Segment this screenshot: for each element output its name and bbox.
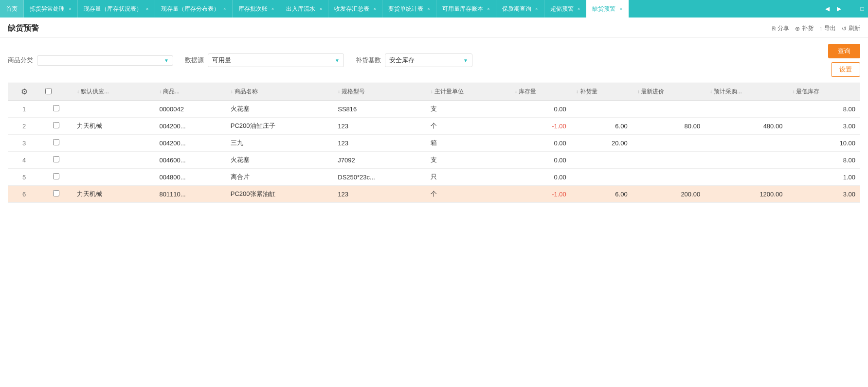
replenish-base-chevron-icon: ▼ (463, 58, 468, 63)
row-checkbox[interactable] (53, 190, 59, 196)
col-header-spec[interactable]: 规格型号 (333, 83, 426, 101)
table-row: 10000042火花塞SS816支0.008.00 (8, 101, 860, 118)
cell-est-purchase (705, 135, 787, 152)
row-checkbox[interactable] (53, 139, 59, 145)
tab-bar: 首页拣货异常处理×现存量（库存状况表）×现存量（库存分布表）×库存批次账×出入库… (0, 0, 868, 18)
col-header-estimated_purchase[interactable]: 预计采购... (705, 83, 787, 101)
replenish-base-select[interactable]: 安全库存 ▼ (385, 53, 472, 67)
tab-item-home[interactable]: 首页 (0, 0, 24, 18)
cell-name: 火花塞 (226, 101, 333, 118)
setting-button[interactable]: 设置 (831, 62, 860, 77)
tab-close-overstock[interactable]: × (578, 6, 580, 12)
datasource-label: 数据源 (185, 56, 204, 65)
table-row: 6力天机械801110...PC200张紧油缸123个-1.006.00200.… (8, 186, 860, 203)
cell-replenish-qty: 6.00 (571, 118, 633, 135)
cell-code: 004800... (154, 169, 225, 186)
main-content: 缺货预警 ⎘ 分享 ⊕ 补货 ↑ 导出 ↺ 刷新 商品分类 (0, 18, 868, 387)
tab-item-expiry-query[interactable]: 保质期查询× (496, 0, 544, 18)
col-header-default_supplier[interactable]: 默认供应... (72, 83, 154, 101)
col-header-latest_price[interactable]: 最新进价 (633, 83, 705, 101)
tab-close-expiry-query[interactable]: × (535, 6, 538, 12)
cell-unit: 个 (426, 186, 510, 203)
col-header-checkbox (40, 83, 72, 101)
col-header-product_code[interactable]: 商品... (154, 83, 225, 101)
cell-code: 004200... (154, 135, 225, 152)
tab-item-exception[interactable]: 拣货异常处理× (24, 0, 78, 18)
cell-latest-price: 80.00 (633, 118, 705, 135)
cell-code: 004600... (154, 152, 225, 169)
col-header-min_stock[interactable]: 最低库存 (787, 83, 860, 101)
datasource-value: 可用量 (212, 56, 231, 65)
tab-item-inout-flow[interactable]: 出入库流水× (280, 0, 328, 18)
tab-close-shortage[interactable]: × (619, 6, 622, 12)
tab-close-exception[interactable]: × (69, 6, 72, 12)
cell-stock: 0.00 (510, 152, 571, 169)
tab-item-available-ledger[interactable]: 可用量库存账本× (436, 0, 496, 18)
export-btn[interactable]: ↑ 导出 (819, 24, 836, 33)
select-all-checkbox[interactable] (45, 88, 52, 94)
replenish-btn[interactable]: ⊕ 补货 (795, 24, 814, 33)
tab-close-demand-stat[interactable]: × (427, 6, 430, 12)
tab-item-stock-status[interactable]: 现存量（库存状况表）× (78, 0, 155, 18)
row-checkbox[interactable] (53, 156, 59, 162)
col-header-stock[interactable]: 库存量 (510, 83, 571, 101)
datasource-select[interactable]: 可用量 ▼ (208, 53, 344, 67)
tab-item-shortage[interactable]: 缺货预警× (586, 0, 629, 18)
refresh-btn[interactable]: ↺ 刷新 (842, 24, 860, 33)
filter-actions: 查询 设置 (828, 44, 860, 77)
row-number: 1 (8, 101, 40, 118)
tab-close-inout-flow[interactable]: × (319, 6, 322, 12)
tab-item-stock-dist[interactable]: 现存量（库存分布表）× (155, 0, 233, 18)
col-header-unit[interactable]: 主计量单位 (426, 83, 510, 101)
replenish-base-filter-group: 补货基数 安全库存 ▼ (356, 53, 472, 67)
row-checkbox[interactable] (53, 173, 59, 179)
cell-min-stock: 1.00 (787, 169, 860, 186)
cell-supplier (72, 169, 154, 186)
cell-code: 801110... (154, 186, 225, 203)
cell-supplier (72, 101, 154, 118)
category-label: 商品分类 (8, 56, 33, 65)
share-btn[interactable]: ⎘ 分享 (772, 24, 789, 33)
tab-close-batch-account[interactable]: × (271, 6, 274, 12)
category-select[interactable]: ▼ (37, 55, 173, 66)
tab-item-overstock[interactable]: 超储预警× (544, 0, 587, 18)
cell-est-purchase (705, 152, 787, 169)
cell-latest-price (633, 135, 705, 152)
row-number: 3 (8, 135, 40, 152)
tab-prev-btn[interactable]: ◀ (821, 0, 833, 18)
row-number: 4 (8, 152, 40, 169)
tab-item-receive-summary[interactable]: 收发存汇总表× (328, 0, 382, 18)
tab-item-demand-stat[interactable]: 要货单统计表× (382, 0, 436, 18)
query-button[interactable]: 查询 (828, 44, 860, 58)
export-icon: ↑ (819, 25, 822, 32)
page-title: 缺货预警 (8, 23, 39, 34)
cell-stock: 0.00 (510, 101, 571, 118)
cell-min-stock: 3.00 (787, 118, 860, 135)
replenish-base-label: 补货基数 (356, 56, 381, 65)
cell-est-purchase: 480.00 (705, 118, 787, 135)
tab-close-receive-summary[interactable]: × (373, 6, 376, 12)
data-table: ⚙默认供应...商品...商品名称规格型号主计量单位库存量补货量最新进价预计采购… (8, 83, 860, 203)
cell-unit: 支 (426, 152, 510, 169)
cell-est-purchase: 1200.00 (705, 186, 787, 203)
col-header-product_name[interactable]: 商品名称 (226, 83, 333, 101)
cell-est-purchase (705, 101, 787, 118)
cell-name: PC200张紧油缸 (226, 186, 333, 203)
cell-replenish-qty (571, 152, 633, 169)
tab-close-stock-dist[interactable]: × (223, 6, 226, 12)
cell-name: PC200油缸庄子 (226, 118, 333, 135)
tab-next-btn[interactable]: ▶ (833, 0, 845, 18)
col-header-replenish_qty[interactable]: 补货量 (571, 83, 633, 101)
tab-close-available-ledger[interactable]: × (487, 6, 490, 12)
cell-replenish-qty (571, 169, 633, 186)
tab-maximize-btn[interactable]: □ (856, 0, 868, 18)
tab-minimize-btn[interactable]: ─ (845, 0, 856, 18)
cell-unit: 只 (426, 169, 510, 186)
col-header-settings[interactable]: ⚙ (8, 83, 40, 101)
row-checkbox[interactable] (53, 122, 59, 128)
tab-close-stock-status[interactable]: × (146, 6, 149, 12)
tab-item-batch-account[interactable]: 库存批次账× (233, 0, 281, 18)
cell-est-purchase (705, 169, 787, 186)
row-checkbox[interactable] (53, 105, 59, 111)
cell-stock: 0.00 (510, 135, 571, 152)
